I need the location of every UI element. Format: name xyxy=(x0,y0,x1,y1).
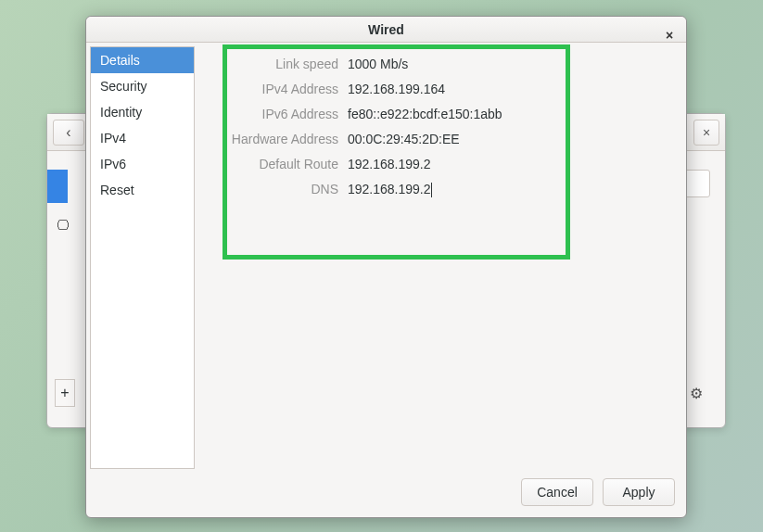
text-cursor xyxy=(431,182,432,196)
apply-button[interactable]: Apply xyxy=(603,478,675,506)
back-button[interactable]: ‹ xyxy=(53,120,84,146)
detail-label-ipv4: IPv4 Address xyxy=(195,82,338,96)
sidebar-item-details[interactable]: Details xyxy=(91,47,194,73)
sidebar-item-ipv6[interactable]: IPv6 xyxy=(91,151,194,177)
dialog-footer: Cancel Apply xyxy=(86,469,686,517)
detail-value-hardware: 00:0C:29:45:2D:EE xyxy=(348,132,677,146)
detail-label-linkspeed: Link speed xyxy=(195,57,338,71)
sidebar-item-reset[interactable]: Reset xyxy=(91,177,194,203)
dialog-title: Wired xyxy=(86,22,686,37)
detail-label-dns: DNS xyxy=(195,182,338,197)
sidebar: Details Security Identity IPv4 IPv6 Rese… xyxy=(90,46,195,469)
bg-monitor-icon: 🖵 xyxy=(57,218,71,234)
bg-selected-side xyxy=(47,170,68,203)
detail-label-route: Default Route xyxy=(195,157,338,171)
close-icon[interactable]: × xyxy=(660,26,679,44)
titlebar: Wired × xyxy=(86,17,686,43)
dialog-content: Details Security Identity IPv4 IPv6 Rese… xyxy=(86,43,686,469)
detail-value-dns: 192.168.199.2 xyxy=(348,182,677,197)
bg-close-button[interactable]: × xyxy=(693,120,719,146)
wired-settings-dialog: Wired × Details Security Identity IPv4 I… xyxy=(85,16,687,518)
detail-value-linkspeed: 1000 Mb/s xyxy=(348,57,677,71)
detail-value-route: 192.168.199.2 xyxy=(348,157,677,171)
details-grid: Link speed 1000 Mb/s IPv4 Address 192.16… xyxy=(195,52,677,197)
detail-label-hardware: Hardware Address xyxy=(195,132,338,146)
sidebar-item-ipv4[interactable]: IPv4 xyxy=(91,125,194,151)
detail-value-ipv4: 192.168.199.164 xyxy=(348,82,677,96)
dns-text: 192.168.199.2 xyxy=(348,182,431,196)
sidebar-item-security[interactable]: Security xyxy=(91,73,194,99)
details-panel: Link speed 1000 Mb/s IPv4 Address 192.16… xyxy=(195,46,686,469)
sidebar-item-identity[interactable]: Identity xyxy=(91,99,194,125)
cancel-button[interactable]: Cancel xyxy=(521,478,593,506)
detail-label-ipv6: IPv6 Address xyxy=(195,107,338,121)
bg-add-button[interactable]: + xyxy=(55,379,75,407)
detail-value-ipv6: fe80::e922:bcdf:e150:1abb xyxy=(348,107,677,121)
